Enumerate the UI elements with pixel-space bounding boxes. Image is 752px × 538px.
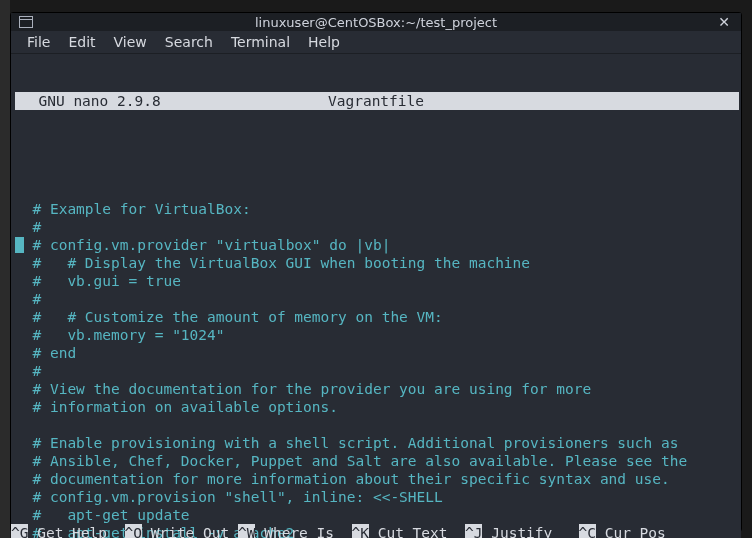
menu-file[interactable]: File: [19, 31, 58, 53]
shortcut-label: Cur Pos: [596, 524, 692, 538]
window-titlebar[interactable]: linuxuser@CentOSBox:~/test_project ✕: [11, 13, 741, 31]
shortcut-key: ^G: [11, 524, 28, 538]
shortcut-G: ^G Get Help: [11, 524, 125, 538]
editor-line: # View the documentation for the provide…: [15, 380, 739, 398]
shortcut-O: ^O Write Out: [125, 524, 239, 538]
shortcut-J: ^J Justify: [465, 524, 579, 538]
editor-line: # vb.memory = "1024": [15, 326, 739, 344]
shortcut-label: Get Help: [28, 524, 124, 538]
editor-line: #: [15, 362, 739, 380]
editor-blank-line: [15, 146, 739, 164]
editor-line: #: [15, 290, 739, 308]
editor-line: # Example for VirtualBox:: [15, 200, 739, 218]
window-title: linuxuser@CentOSBox:~/test_project: [11, 15, 741, 30]
shortcut-W: ^W Where Is: [238, 524, 352, 538]
menubar: File Edit View Search Terminal Help: [11, 31, 741, 54]
shortcut-row-1: ^G Get Help ^O Write Out ^W Where Is ^K …: [11, 524, 741, 538]
nano-shortcut-bar: ^G Get Help ^O Write Out ^W Where Is ^K …: [11, 488, 741, 538]
nano-version: GNU nano 2.9.8: [15, 92, 161, 110]
shortcut-label: Write Out: [142, 524, 238, 538]
editor-line: # vb.gui = true: [15, 272, 739, 290]
shortcut-K: ^K Cut Text: [352, 524, 466, 538]
close-button[interactable]: ✕: [715, 13, 733, 31]
editor-line: # documentation for more information abo…: [15, 470, 739, 488]
editor-line: [15, 416, 739, 434]
shortcut-label: Where Is: [255, 524, 351, 538]
menu-terminal[interactable]: Terminal: [223, 31, 298, 53]
terminal-viewport[interactable]: GNU nano 2.9.8 Vagrantfile # Example for…: [11, 54, 741, 538]
shortcut-key: ^K: [352, 524, 369, 538]
shortcut-label: Justify: [482, 524, 578, 538]
shortcut-key: ^C: [579, 524, 596, 538]
editor-line: # end: [15, 344, 739, 362]
editor-line: # Ansible, Chef, Docker, Puppet and Salt…: [15, 452, 739, 470]
menu-view[interactable]: View: [106, 31, 155, 53]
editor-line: # Enable provisioning with a shell scrip…: [15, 434, 739, 452]
editor-line: #: [15, 218, 739, 236]
nano-status-bar: GNU nano 2.9.8 Vagrantfile: [15, 92, 739, 110]
menu-edit[interactable]: Edit: [60, 31, 103, 53]
close-icon: ✕: [718, 14, 730, 30]
shortcut-label: Cut Text: [369, 524, 465, 538]
terminal-window: linuxuser@CentOSBox:~/test_project ✕ Fil…: [10, 12, 742, 532]
editor-line: # # Customize the amount of memory on th…: [15, 308, 739, 326]
shortcut-key: ^W: [238, 524, 255, 538]
editor-line: # # Display the VirtualBox GUI when boot…: [15, 254, 739, 272]
menu-help[interactable]: Help: [300, 31, 348, 53]
shortcut-key: ^O: [125, 524, 142, 538]
menu-search[interactable]: Search: [157, 31, 221, 53]
shortcut-C: ^C Cur Pos: [579, 524, 693, 538]
terminal-icon: [19, 16, 33, 28]
editor-line: # information on available options.: [15, 398, 739, 416]
shortcut-key: ^J: [465, 524, 482, 538]
cursor: [15, 237, 24, 253]
editor-line: # config.vm.provider "virtualbox" do |vb…: [15, 236, 739, 254]
background-desktop-strip: [0, 0, 10, 538]
